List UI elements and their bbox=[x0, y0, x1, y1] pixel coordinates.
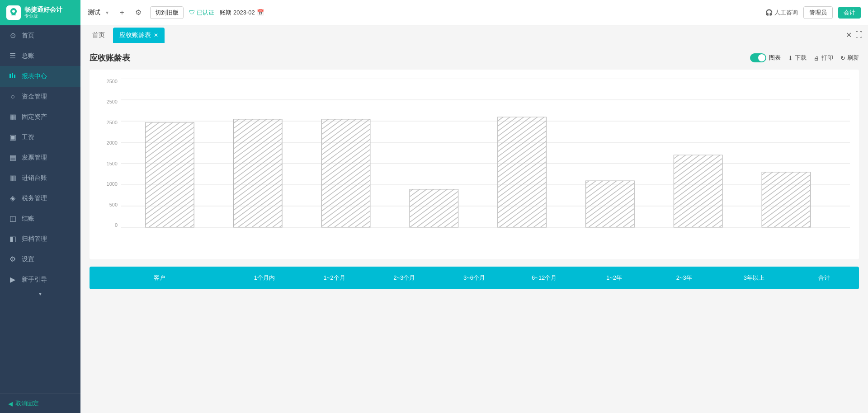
funds-icon: ○ bbox=[8, 93, 17, 101]
refresh-label: 刷新 bbox=[847, 54, 859, 62]
th-3-6month: 3~6个月 bbox=[439, 267, 509, 289]
sidebar: 畅捷通好会计 专业版 ⊙ 首页 ☰ 总账 报表中心 ○ 资金管理 bbox=[0, 0, 80, 413]
calendar-icon[interactable]: 📅 bbox=[257, 9, 264, 16]
sidebar-item-label: 资金管理 bbox=[22, 93, 47, 101]
sidebar-item-tax[interactable]: ◈ 税务管理 bbox=[0, 188, 80, 208]
bar-chart: 2500 2500 2500 2000 1500 1000 500 0 bbox=[99, 79, 850, 241]
project-name: 测试 bbox=[88, 9, 100, 17]
sidebar-item-label: 工资 bbox=[22, 133, 34, 141]
th-customer: 客户 bbox=[90, 267, 229, 289]
assets-icon: ▦ bbox=[8, 113, 17, 121]
th-1-2year: 1~2年 bbox=[579, 267, 649, 289]
period-info: 账期 2023-02 📅 bbox=[220, 9, 264, 17]
page-actions: 图表 ⬇ 下载 🖨 打印 ↻ 刷新 bbox=[750, 53, 859, 62]
sidebar-item-label: 总账 bbox=[22, 52, 34, 60]
shield-icon: 🛡 bbox=[189, 9, 195, 16]
svg-rect-1 bbox=[9, 74, 11, 78]
chart-container: 2500 2500 2500 2000 1500 1000 500 0 bbox=[90, 70, 859, 259]
pin-icon: ◀ bbox=[8, 400, 13, 407]
sidebar-nav: ⊙ 首页 ☰ 总账 报表中心 ○ 资金管理 ▦ 固定资产 ▣ bbox=[0, 25, 80, 394]
bar-5 bbox=[498, 117, 546, 227]
page-header: 应收账龄表 图表 ⬇ 下载 🖨 打印 ↻ 刷新 bbox=[90, 52, 859, 63]
user-button[interactable]: 管理员 bbox=[803, 6, 833, 19]
chart-svg: 1月内 1-2月 2-3月 3-6月 6-12个月 1-2年 2-3年 3年以上 bbox=[121, 79, 850, 228]
guide-icon: ▶ bbox=[8, 275, 17, 284]
topbar-actions: + ⚙ bbox=[116, 6, 145, 19]
sidebar-item-label: 税务管理 bbox=[22, 194, 47, 202]
sidebar-item-ledger[interactable]: ☰ 总账 bbox=[0, 46, 80, 66]
sidebar-item-guide[interactable]: ▶ 新手引导 bbox=[0, 269, 80, 290]
sidebar-item-label: 设置 bbox=[22, 255, 34, 263]
page-title: 应收账龄表 bbox=[90, 52, 130, 63]
print-icon: 🖨 bbox=[814, 55, 820, 61]
tab-home[interactable]: 首页 bbox=[86, 28, 111, 43]
certified-badge: 🛡 已认证 bbox=[189, 9, 214, 17]
sidebar-item-label: 报表中心 bbox=[22, 72, 47, 80]
headset-icon: 🎧 bbox=[765, 9, 773, 16]
sidebar-item-invoice[interactable]: ▤ 发票管理 bbox=[0, 147, 80, 168]
tabbar: 首页 应收账龄表 ✕ ✕ ⛶ bbox=[80, 25, 868, 45]
th-2-3year: 2~3年 bbox=[649, 267, 719, 289]
y-label-0: 0 bbox=[115, 222, 118, 228]
th-3plus-year: 3年以上 bbox=[719, 267, 789, 289]
sidebar-item-trade[interactable]: ▥ 进销台账 bbox=[0, 168, 80, 188]
sidebar-logo: 畅捷通好会计 专业版 bbox=[0, 0, 80, 25]
sidebar-item-archive[interactable]: ◧ 归档管理 bbox=[0, 229, 80, 249]
home-icon: ⊙ bbox=[8, 31, 17, 40]
th-1month: 1个月内 bbox=[229, 267, 299, 289]
chart-toggle[interactable]: 图表 bbox=[750, 53, 781, 62]
project-dropdown-icon[interactable]: ▾ bbox=[106, 9, 108, 16]
refresh-icon: ↻ bbox=[840, 55, 845, 61]
window-controls: ✕ ⛶ bbox=[846, 31, 863, 39]
sidebar-item-reports[interactable]: 报表中心 bbox=[0, 66, 80, 87]
print-button[interactable]: 🖨 打印 bbox=[814, 54, 833, 62]
switch-version-button[interactable]: 切到旧版 bbox=[150, 6, 184, 19]
table-header: 客户 1个月内 1~2个月 2~3个月 3~6个月 6~12个月 1~2年 2~… bbox=[90, 267, 859, 289]
sidebar-logo-text: 畅捷通好会计 专业版 bbox=[24, 6, 62, 20]
tax-icon: ◈ bbox=[8, 194, 17, 202]
bar-2 bbox=[234, 119, 282, 227]
bar-1 bbox=[146, 122, 194, 227]
sidebar-item-closing[interactable]: ◫ 结账 bbox=[0, 208, 80, 229]
sidebar-item-funds[interactable]: ○ 资金管理 bbox=[0, 87, 80, 107]
close-window-button[interactable]: ✕ bbox=[846, 31, 852, 39]
bar-6 bbox=[586, 181, 634, 227]
cancel-fixed-button[interactable]: ◀ 取消固定 bbox=[0, 394, 80, 413]
sidebar-item-settings[interactable]: ⚙ 设置 bbox=[0, 249, 80, 269]
bar-7 bbox=[674, 155, 722, 227]
cancel-fixed-label: 取消固定 bbox=[15, 399, 39, 408]
th-6-12month: 6~12个月 bbox=[509, 267, 579, 289]
toggle-track[interactable] bbox=[750, 53, 766, 62]
app-logo-icon bbox=[6, 5, 21, 20]
main-area: 测试 ▾ + ⚙ 切到旧版 🛡 已认证 账期 2023-02 📅 🎧 人工咨询 … bbox=[80, 0, 868, 413]
data-table: 客户 1个月内 1~2个月 2~3个月 3~6个月 6~12个月 1~2年 2~… bbox=[90, 267, 859, 289]
y-label-2000: 2000 bbox=[107, 140, 118, 145]
tab-close-icon[interactable]: ✕ bbox=[154, 32, 158, 38]
settings-button[interactable]: ⚙ bbox=[132, 6, 145, 19]
print-label: 打印 bbox=[821, 54, 833, 62]
add-button[interactable]: + bbox=[116, 6, 128, 19]
y-label-2500c: 2500 bbox=[107, 120, 118, 125]
consult-button[interactable]: 🎧 人工咨询 bbox=[765, 9, 798, 17]
ledger-icon: ☰ bbox=[8, 52, 17, 60]
sidebar-item-salary[interactable]: ▣ 工资 bbox=[0, 127, 80, 147]
reports-icon bbox=[8, 72, 17, 81]
y-label-1000: 1000 bbox=[107, 181, 118, 187]
salary-icon: ▣ bbox=[8, 133, 17, 141]
sidebar-scroll-down[interactable]: ▼ bbox=[0, 290, 80, 298]
download-button[interactable]: ⬇ 下载 bbox=[788, 54, 807, 62]
sidebar-item-label: 新手引导 bbox=[22, 276, 47, 284]
sidebar-item-assets[interactable]: ▦ 固定资产 bbox=[0, 107, 80, 127]
topbar-right: 🎧 人工咨询 管理员 会计 bbox=[765, 6, 861, 19]
sidebar-item-label: 结账 bbox=[22, 215, 34, 223]
refresh-button[interactable]: ↻ 刷新 bbox=[840, 54, 859, 62]
sidebar-item-label: 归档管理 bbox=[22, 235, 47, 243]
tab-aging[interactable]: 应收账龄表 ✕ bbox=[113, 28, 165, 43]
role-button[interactable]: 会计 bbox=[838, 7, 861, 19]
sidebar-item-home[interactable]: ⊙ 首页 bbox=[0, 25, 80, 46]
expand-window-button[interactable]: ⛶ bbox=[855, 31, 863, 39]
sidebar-item-label: 进销台账 bbox=[22, 174, 47, 182]
invoice-icon: ▤ bbox=[8, 153, 17, 162]
y-axis: 2500 2500 2500 2000 1500 1000 500 0 bbox=[99, 79, 121, 228]
sidebar-item-label: 首页 bbox=[22, 32, 34, 40]
